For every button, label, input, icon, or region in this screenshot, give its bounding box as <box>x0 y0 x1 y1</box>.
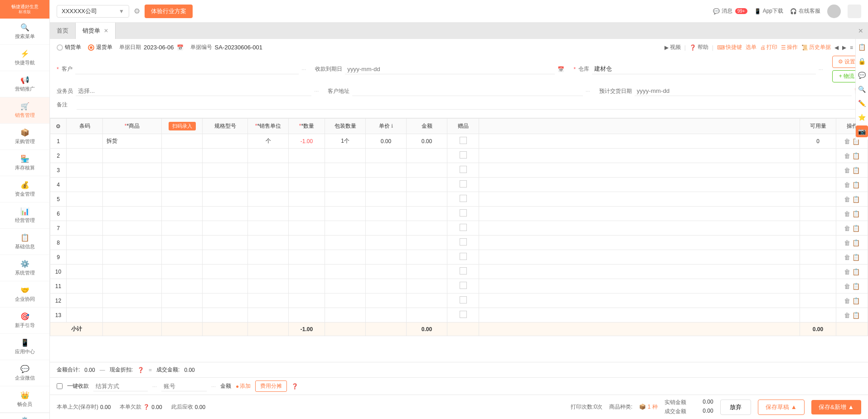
row-gift-6[interactable] <box>447 207 479 221</box>
payment-due-input[interactable] <box>345 64 555 74</box>
quick-pay-checkbox[interactable] <box>57 383 63 389</box>
row-price-4[interactable] <box>366 178 407 192</box>
shortcut-btn[interactable]: ⌨ 快捷键 <box>717 43 742 51</box>
sidebar-item-enterprise[interactable]: 🤝 企业协同 <box>0 281 49 308</box>
row-barcode-10[interactable] <box>67 265 103 279</box>
row-qty-7[interactable] <box>289 221 325 236</box>
row-spec-9[interactable] <box>203 250 248 265</box>
customer-addr-input[interactable] <box>352 86 582 96</box>
sidebar-item-member[interactable]: 👑 畅会员 <box>0 386 49 413</box>
row-qty-8[interactable] <box>289 236 325 250</box>
row-price-1[interactable]: 0.00 <box>366 134 407 149</box>
right-panel-icon-7[interactable]: 📷 <box>856 125 868 137</box>
row-price-9[interactable] <box>366 250 407 265</box>
scan-button[interactable]: 扫码录入 <box>169 122 196 130</box>
row-spec-7[interactable] <box>203 221 248 236</box>
col-settings[interactable]: ⚙ <box>50 119 67 134</box>
row-spec-1[interactable] <box>203 134 248 149</box>
row-barcode-4[interactable] <box>67 178 103 192</box>
row-qty-3[interactable] <box>289 163 325 178</box>
row-qty-1[interactable]: -1.00 <box>289 134 325 149</box>
message-btn[interactable]: 💬 消息 99+ <box>713 7 747 15</box>
row-spec-12[interactable] <box>203 294 248 308</box>
save-new-button[interactable]: 保存&新增 ▲ <box>811 400 861 414</box>
row-qty-10[interactable] <box>289 265 325 279</box>
row-barcode-12[interactable] <box>67 294 103 308</box>
delete-icon[interactable]: 🗑 <box>844 239 850 246</box>
right-panel-icon-6[interactable]: ⭐ <box>856 111 868 123</box>
copy-icon[interactable]: 📋 <box>852 181 860 188</box>
delete-icon[interactable]: 🗑 <box>844 181 850 188</box>
row-barcode-8[interactable] <box>67 236 103 250</box>
row-qty-6[interactable] <box>289 207 325 221</box>
row-price-10[interactable] <box>366 265 407 279</box>
sidebar-item-system[interactable]: ⚙️ 系统管理 <box>0 255 49 281</box>
right-panel-icon-5[interactable]: ✏️ <box>856 97 868 109</box>
sidebar-item-shortcut[interactable]: ⚡ 快捷导航 <box>0 45 49 71</box>
delete-icon[interactable]: 🗑 <box>844 254 850 261</box>
sidebar-item-purchase[interactable]: 📦 采购管理 <box>0 124 49 150</box>
add-payment-button[interactable]: ● 添加 <box>236 382 251 390</box>
row-spec-6[interactable] <box>203 207 248 221</box>
salesman-input[interactable] <box>76 86 311 96</box>
row-gift-4[interactable] <box>447 178 479 192</box>
right-panel-icon-1[interactable]: 📋 <box>856 41 868 53</box>
delete-icon[interactable]: 🗑 <box>844 312 850 319</box>
copy-icon[interactable]: 📋 <box>852 210 860 217</box>
copy-icon[interactable]: 📋 <box>852 254 860 261</box>
price-info-icon[interactable]: ℹ <box>391 123 393 129</box>
copy-icon[interactable]: 📋 <box>852 283 860 290</box>
row-qty-9[interactable] <box>289 250 325 265</box>
row-qty-5[interactable] <box>289 192 325 207</box>
row-spec-13[interactable] <box>203 308 248 323</box>
payment-method-more-icon[interactable]: ··· <box>152 383 157 390</box>
row-price-12[interactable] <box>366 294 407 308</box>
copy-icon[interactable]: 📋 <box>852 297 860 304</box>
delete-icon[interactable]: 🗑 <box>844 196 850 203</box>
row-price-5[interactable] <box>366 192 407 207</box>
customer-addr-more-icon[interactable]: ··· <box>586 88 590 94</box>
row-barcode-2[interactable] <box>67 149 103 163</box>
delete-icon[interactable]: 🗑 <box>844 225 850 232</box>
salesman-more-icon[interactable]: ··· <box>314 88 319 94</box>
tab-home[interactable]: 首页 <box>50 23 76 39</box>
sidebar-item-basic[interactable]: 📋 基础信息 <box>0 229 49 255</box>
row-price-11[interactable] <box>366 279 407 294</box>
bill-date-value[interactable]: 2023-06-06 <box>144 44 174 51</box>
sidebar-item-inventory[interactable]: 🏪 库存核算 <box>0 150 49 176</box>
row-spec-3[interactable] <box>203 163 248 178</box>
row-spec-11[interactable] <box>203 279 248 294</box>
notes-input[interactable] <box>77 100 861 110</box>
row-gift-7[interactable] <box>447 221 479 236</box>
delete-icon[interactable]: 🗑 <box>844 268 850 275</box>
row-price-7[interactable] <box>366 221 407 236</box>
row-gift-3[interactable] <box>447 163 479 178</box>
user-menu[interactable] <box>848 5 861 18</box>
discard-button[interactable]: 放弃 <box>720 400 751 415</box>
nav-next-icon[interactable]: ▶ <box>842 44 846 51</box>
help-icon[interactable]: ❓ <box>137 367 144 373</box>
row-gift-13[interactable] <box>447 308 479 323</box>
row-barcode-9[interactable] <box>67 250 103 265</box>
payment-method-input[interactable] <box>93 381 148 391</box>
row-barcode-3[interactable] <box>67 163 103 178</box>
sidebar-settings-btn[interactable]: ⚙️ <box>0 413 49 419</box>
customer-more-icon[interactable]: ··· <box>301 66 306 72</box>
payment-due-calendar-icon[interactable]: 📅 <box>558 66 564 72</box>
tab-sales-order[interactable]: 销货单 ✕ <box>76 23 116 39</box>
row-price-13[interactable] <box>366 308 407 323</box>
row-barcode-6[interactable] <box>67 207 103 221</box>
trial-button[interactable]: 体验行业方案 <box>145 5 193 18</box>
print-btn[interactable]: 🖨 打印 <box>760 43 777 51</box>
row-qty-2[interactable] <box>289 149 325 163</box>
help-btn[interactable]: ❓ 帮助 <box>689 43 708 51</box>
save-draft-button[interactable]: 保存草稿 ▲ <box>758 400 805 415</box>
copy-icon[interactable]: 📋 <box>852 268 860 275</box>
row-qty-4[interactable] <box>289 178 325 192</box>
row-gift-2[interactable] <box>447 149 479 163</box>
calendar-icon[interactable]: 📅 <box>177 44 184 51</box>
sidebar-item-marketing[interactable]: 📢 营销推广 <box>0 71 49 97</box>
operate-btn[interactable]: ☰ 操作 <box>781 43 798 51</box>
list-view-icon[interactable]: ≡ <box>850 44 853 51</box>
row-gift-11[interactable] <box>447 279 479 294</box>
